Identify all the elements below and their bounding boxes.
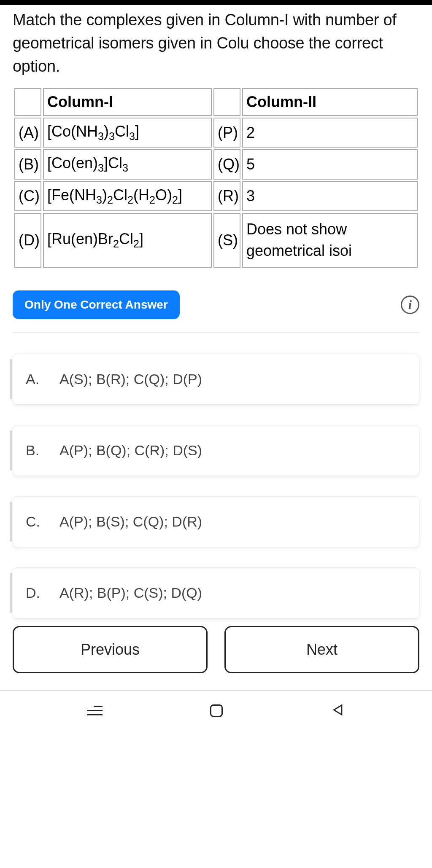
question-text: Match the complexes given in Column-I wi… xyxy=(13,5,419,86)
next-button[interactable]: Next xyxy=(224,626,419,673)
home-icon[interactable] xyxy=(210,704,223,717)
option-d-letter: D. xyxy=(26,585,59,601)
option-b-text: A(P); B(Q); C(R); D(S) xyxy=(59,442,202,459)
answer-type-tag: Only One Correct Answer xyxy=(13,290,180,319)
row-a-right-value: 2 xyxy=(242,118,418,148)
previous-button[interactable]: Previous xyxy=(13,626,208,673)
row-b-right-key: (Q) xyxy=(213,149,240,179)
row-b-right-value: 5 xyxy=(242,149,418,179)
header-right-key xyxy=(213,88,240,116)
row-c-left-key: (C) xyxy=(14,181,41,211)
status-bar xyxy=(0,0,432,5)
header-left-value: Column-I xyxy=(43,88,212,116)
row-a-right-key: (P) xyxy=(213,118,240,148)
row-a-left-key: (A) xyxy=(14,118,41,148)
option-c-letter: C. xyxy=(26,513,59,530)
row-c-right-value: 3 xyxy=(242,181,418,211)
row-c-left-value: [Fe(NH3)2Cl2(H2O)2] xyxy=(43,181,212,211)
row-c-right-key: (R) xyxy=(213,181,240,211)
option-d[interactable]: D. A(R); B(P); C(S); D(Q) xyxy=(13,567,419,618)
recent-apps-icon[interactable] xyxy=(87,706,103,715)
header-right-value: Column-II xyxy=(242,88,418,116)
row-d-right-key: (S) xyxy=(213,213,240,268)
row-d-left-key: (D) xyxy=(14,213,41,268)
divider xyxy=(13,332,419,333)
option-b-letter: B. xyxy=(26,442,59,459)
row-b-left-value: [Co(en)3]Cl3 xyxy=(43,149,212,179)
option-c-text: A(P); B(S); C(Q); D(R) xyxy=(59,513,202,530)
option-a-letter: A. xyxy=(26,371,59,387)
option-a[interactable]: A. A(S); B(R); C(Q); D(P) xyxy=(13,354,419,405)
match-table: Column-I Column-II (A) [Co(NH3)3Cl3] (P)… xyxy=(13,86,419,269)
back-icon[interactable] xyxy=(330,703,345,719)
option-b[interactable]: B. A(P); B(Q); C(R); D(S) xyxy=(13,425,419,476)
info-icon[interactable]: i xyxy=(401,296,419,314)
option-a-text: A(S); B(R); C(Q); D(P) xyxy=(59,371,202,387)
header-left-key xyxy=(14,88,41,116)
row-d-right-value: Does not show geometrical isoi xyxy=(242,213,418,268)
row-d-left-value: [Ru(en)Br2Cl2] xyxy=(43,213,212,268)
row-a-left-value: [Co(NH3)3Cl3] xyxy=(43,118,212,148)
option-d-text: A(R); B(P); C(S); D(Q) xyxy=(59,585,202,601)
system-nav-bar xyxy=(0,691,432,726)
option-c[interactable]: C. A(P); B(S); C(Q); D(R) xyxy=(13,496,419,547)
row-b-left-key: (B) xyxy=(14,149,41,179)
